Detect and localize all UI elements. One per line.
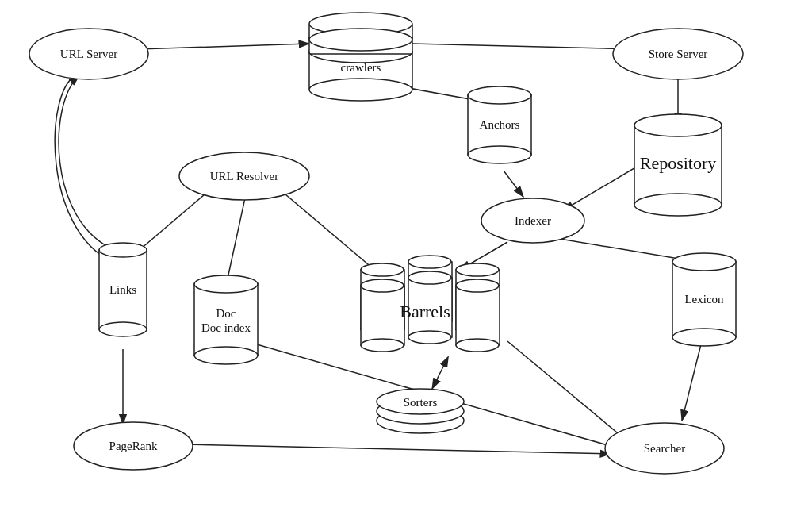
searcher-node: Searcher — [605, 423, 724, 474]
svg-point-24 — [194, 275, 258, 293]
sorters-label: Sorters — [404, 396, 438, 409]
arrow-pagerank-searcher — [182, 444, 611, 454]
links-label: Links — [109, 283, 136, 296]
pagerank-node: PageRank — [74, 422, 193, 470]
repository-node: Repository — [634, 114, 722, 216]
svg-point-39 — [408, 271, 451, 284]
searcher-label: Searcher — [644, 442, 685, 455]
arrow-links-urlserver — [59, 75, 115, 250]
arrow-barrels-sorters — [432, 365, 444, 389]
arrow-lexicon-searcher — [682, 341, 702, 421]
lexicon-label: Lexicon — [684, 293, 724, 306]
url-server-label: URL Server — [60, 48, 117, 60]
svg-rect-41 — [456, 286, 500, 345]
svg-point-17 — [634, 194, 722, 216]
store-server-label: Store Server — [649, 48, 708, 60]
indexer-node: Indexer — [481, 198, 584, 243]
svg-point-27 — [361, 263, 404, 276]
sorters-node: Sorters — [377, 389, 464, 433]
url-resolver-label: URL Resolver — [210, 170, 279, 183]
svg-point-48 — [672, 253, 736, 271]
url-server-node: URL Server — [29, 29, 148, 79]
svg-point-33 — [456, 263, 499, 276]
svg-point-13 — [468, 86, 531, 104]
svg-rect-23 — [194, 284, 258, 356]
svg-point-43 — [456, 339, 499, 352]
doc-index-label: Doc — [216, 307, 236, 320]
lexicon-node: Lexicon — [672, 253, 736, 346]
svg-point-16 — [634, 114, 722, 136]
svg-point-36 — [361, 279, 404, 292]
svg-point-5 — [309, 79, 412, 101]
crawlers-node: crawlers — [309, 13, 412, 101]
anchors-node: Anchors — [468, 86, 531, 163]
store-server-node: Store Server — [613, 29, 743, 79]
svg-point-49 — [672, 329, 736, 346]
svg-point-25 — [194, 347, 258, 364]
svg-point-40 — [408, 331, 451, 344]
svg-rect-35 — [361, 286, 404, 345]
arrow-urlserver-crawlers — [139, 44, 309, 49]
doc-index-node: Doc Doc index — [194, 275, 258, 364]
svg-point-37 — [361, 339, 404, 352]
svg-point-22 — [99, 322, 147, 336]
arrow-crawlers-storeserver — [412, 44, 634, 49]
url-resolver-node: URL Resolver — [179, 152, 309, 200]
arrow-barrels-searcher — [508, 341, 626, 440]
svg-point-30 — [408, 256, 451, 268]
crawlers-label: crawlers — [341, 61, 381, 74]
svg-point-14 — [468, 146, 531, 163]
barrels-node: Barrels — [361, 256, 500, 352]
arrow-anchors-indexer — [504, 171, 523, 197]
links-node: Links — [99, 243, 147, 336]
anchors-label: Anchors — [480, 118, 520, 131]
arrow-urlresolver-links — [135, 194, 205, 254]
svg-point-21 — [99, 243, 147, 257]
repository-label: Repository — [640, 153, 717, 173]
barrels-label: Barrels — [400, 302, 450, 321]
svg-point-42 — [456, 279, 499, 292]
arrow-urlresolver-docindex — [226, 194, 246, 286]
svg-point-10 — [309, 29, 412, 51]
indexer-label: Indexer — [515, 214, 551, 227]
doc-index-label2: Doc index — [201, 321, 251, 334]
pagerank-label: PageRank — [109, 440, 158, 452]
